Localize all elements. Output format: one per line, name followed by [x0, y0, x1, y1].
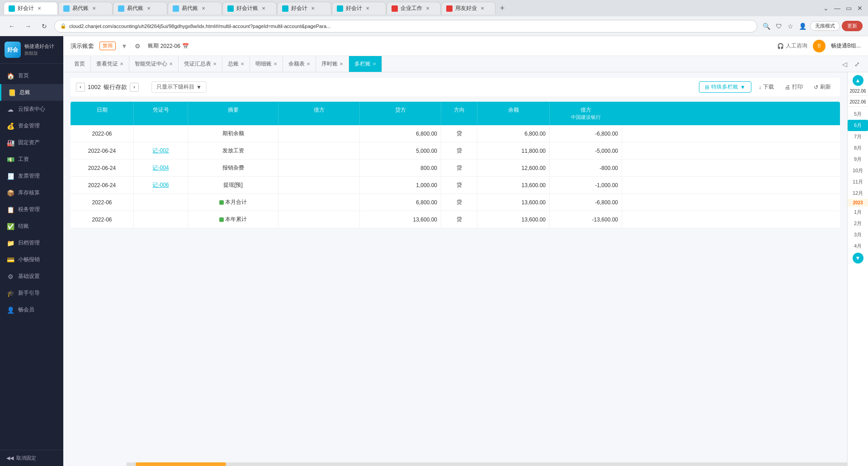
- tab-close-btn[interactable]: ✕: [366, 6, 369, 11]
- tag-btn[interactable]: 禁用: [99, 42, 116, 50]
- tab-close-btn[interactable]: ✕: [147, 6, 151, 11]
- sidebar-item-inventory[interactable]: 📦 库存核算: [0, 184, 63, 201]
- sidebar-item-tax[interactable]: 📋 税务管理: [0, 201, 63, 218]
- reload-btn[interactable]: ↻: [38, 20, 51, 33]
- sidebar-item-expense[interactable]: 💳 小畅报销: [0, 251, 63, 268]
- page-tab-summary[interactable]: 凭证汇总表 ✕: [179, 56, 222, 72]
- back-btn[interactable]: ←: [5, 20, 18, 33]
- shield-icon[interactable]: 🛡: [774, 21, 784, 32]
- filter-dropdown[interactable]: 只显示下级科目 ▼: [151, 81, 207, 93]
- profile-icon[interactable]: 👤: [797, 21, 808, 32]
- tab-close-btn[interactable]: ✕: [426, 6, 429, 11]
- tab-close-btn[interactable]: ✕: [262, 6, 265, 11]
- page-tab-home[interactable]: 首页: [69, 56, 91, 72]
- tab-close-btn[interactable]: ✕: [202, 6, 205, 11]
- browser-tab-2[interactable]: 易代账 ✕: [113, 2, 167, 14]
- special-multicolumn-btn[interactable]: ⊞ 特殊多栏账 ▼: [699, 81, 751, 93]
- td-voucher-link[interactable]: 记-006: [134, 177, 188, 193]
- tab-close-btn[interactable]: ✕: [92, 6, 96, 11]
- restore-btn[interactable]: ▭: [844, 4, 854, 13]
- page-tab-detail[interactable]: 明细账 ✕: [250, 56, 283, 72]
- search-icon[interactable]: 🔍: [761, 21, 772, 32]
- page-tab-voucher[interactable]: 查看凭证 ✕: [91, 56, 129, 72]
- print-btn[interactable]: 🖨 打印: [781, 82, 807, 92]
- cal-scroll-down-btn[interactable]: ▼: [853, 253, 863, 264]
- page-tab-balance[interactable]: 余额表 ✕: [283, 56, 316, 72]
- sidebar-item-home[interactable]: 🏠 首页: [0, 67, 63, 84]
- refresh-btn[interactable]: ↺ 刷新: [810, 82, 835, 92]
- cal-month-2023-4[interactable]: 4月: [848, 240, 868, 252]
- sidebar-item-invoice[interactable]: 🧾 发票管理: [0, 168, 63, 184]
- update-btn[interactable]: 更新: [842, 21, 863, 31]
- period-selector[interactable]: 账期 2022-06 📅: [148, 42, 189, 50]
- sidebar-item-ledger[interactable]: 📒 总账: [0, 84, 63, 101]
- sidebar-item-fund[interactable]: 💰 资金管理: [0, 118, 63, 134]
- tab-close-smart[interactable]: ✕: [169, 61, 173, 66]
- cal-month-2023-2[interactable]: 2月: [848, 218, 868, 229]
- browser-tab-1[interactable]: 易代账 ✕: [58, 2, 113, 14]
- cal-month-9[interactable]: 9月: [848, 154, 868, 165]
- next-account-btn[interactable]: ›: [130, 83, 139, 92]
- browser-tab-6[interactable]: 好会计 ✕: [332, 2, 386, 14]
- td-voucher-link[interactable]: 记-002: [134, 142, 188, 159]
- tab-close-multicolumn[interactable]: ✕: [373, 61, 376, 66]
- sidebar-item-settings[interactable]: ⚙ 基础设置: [0, 268, 63, 285]
- cal-month-8[interactable]: 8月: [848, 142, 868, 154]
- gear-icon[interactable]: ⚙: [133, 41, 142, 52]
- minimize-btn[interactable]: —: [832, 4, 842, 13]
- forward-btn[interactable]: →: [22, 20, 34, 33]
- browser-tab-3[interactable]: 易代账 ✕: [168, 2, 222, 14]
- url-input[interactable]: 🔒 cloud2.chanjet.com/accounting/uh26t264…: [54, 20, 757, 33]
- sidebar-item-salary[interactable]: 💵 工资: [0, 151, 63, 168]
- cal-month-2023-3[interactable]: 3月: [848, 229, 868, 240]
- star-icon[interactable]: ☆: [786, 21, 795, 32]
- cal-month-12[interactable]: 12月: [848, 188, 868, 199]
- cal-month-2023-1[interactable]: 1月: [848, 207, 868, 218]
- cal-month-10[interactable]: 10月: [848, 165, 868, 176]
- tag-dropdown-icon[interactable]: ▼: [121, 42, 127, 50]
- download-btn[interactable]: ↓ 下载: [755, 82, 778, 92]
- sidebar-item-assets[interactable]: 🏭 固定资产: [0, 134, 63, 151]
- user-avatar[interactable]: B: [813, 40, 826, 52]
- cal-month-5[interactable]: 5月: [848, 108, 868, 120]
- td-voucher-link[interactable]: 记-004: [134, 160, 188, 176]
- collapse-panel-btn[interactable]: ◁: [839, 59, 850, 70]
- page-tab-general[interactable]: 总账 ✕: [222, 56, 250, 72]
- window-close-btn[interactable]: ✕: [855, 4, 864, 13]
- tab-close-detail[interactable]: ✕: [274, 61, 277, 66]
- new-tab-btn[interactable]: +: [496, 2, 509, 14]
- cal-month-11[interactable]: 11月: [848, 176, 868, 188]
- pin-toggle[interactable]: ◀◀ 取消固定: [0, 450, 63, 466]
- browser-tab-7[interactable]: 企业工作 ✕: [387, 2, 441, 14]
- scroll-thumb[interactable]: [136, 462, 226, 466]
- sidebar-item-archive[interactable]: 📁 归档管理: [0, 235, 63, 251]
- browser-tab-active[interactable]: 好会计 ✕: [4, 2, 58, 14]
- sidebar-item-member[interactable]: 👤 畅会员: [0, 301, 63, 318]
- horizontal-scrollbar[interactable]: [127, 462, 847, 466]
- no-trace-btn[interactable]: 无痕模式: [810, 21, 840, 31]
- tab-close-voucher[interactable]: ✕: [120, 61, 123, 66]
- tab-close-btn[interactable]: ✕: [481, 6, 484, 11]
- cal-month-7[interactable]: 7月: [848, 131, 868, 142]
- tab-close-btn[interactable]: ✕: [311, 6, 315, 11]
- tab-list-btn[interactable]: ⌄: [821, 4, 830, 13]
- service-btn[interactable]: 🎧 人工咨询: [777, 42, 807, 50]
- sidebar-item-report[interactable]: ☁ 云报表中心: [0, 101, 63, 118]
- tab-close-general[interactable]: ✕: [241, 61, 244, 66]
- page-tab-smart[interactable]: 智能凭证中心 ✕: [129, 56, 179, 72]
- page-tab-sequence[interactable]: 序时账 ✕: [316, 56, 349, 72]
- tab-close-summary[interactable]: ✕: [213, 61, 217, 66]
- page-tab-multicolumn[interactable]: 多栏账 ✕: [349, 56, 382, 72]
- browser-tab-5[interactable]: 好会计 ✕: [277, 2, 331, 14]
- sidebar-item-settlement[interactable]: ✅ 结账: [0, 218, 63, 235]
- cal-month-6[interactable]: 6月: [848, 120, 868, 131]
- browser-tab-8[interactable]: 用友好业 ✕: [441, 2, 495, 14]
- tab-close-btn[interactable]: ✕: [38, 6, 41, 11]
- expand-panel-btn[interactable]: ⤢: [852, 59, 863, 70]
- prev-account-btn[interactable]: ‹: [76, 83, 85, 92]
- tab-close-sequence[interactable]: ✕: [340, 61, 343, 66]
- cal-scroll-up-btn[interactable]: ▲: [853, 75, 863, 86]
- browser-tab-4[interactable]: 好会计账 ✕: [222, 2, 277, 14]
- sidebar-item-guide[interactable]: 🎓 新手引导: [0, 285, 63, 301]
- tab-close-balance[interactable]: ✕: [307, 61, 310, 66]
